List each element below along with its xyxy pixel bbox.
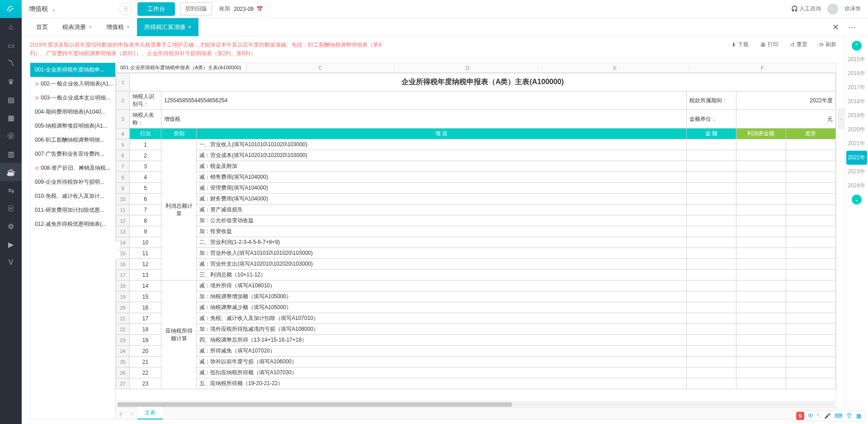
tree-item[interactable]: ⊘003-一般企业成本支出明细...	[30, 91, 115, 105]
diff-cell[interactable]	[786, 226, 835, 237]
profit-cell[interactable]	[736, 215, 786, 226]
download-button[interactable]: ⬇ 下载	[731, 41, 749, 48]
amount-cell[interactable]	[686, 324, 736, 335]
profit-cell[interactable]	[736, 183, 786, 194]
year-2017年[interactable]: 2017年	[846, 81, 867, 95]
tree-item[interactable]: 012-减免所得税优惠明细表(...	[30, 217, 115, 231]
year-2018年[interactable]: 2018年	[846, 95, 867, 109]
profit-cell[interactable]	[736, 357, 786, 367]
amount-cell[interactable]	[686, 215, 736, 226]
diff-cell[interactable]	[786, 302, 835, 313]
amount-cell[interactable]	[686, 161, 736, 172]
nav-doc-icon[interactable]: ▭	[0, 36, 22, 54]
nav-transfer-icon[interactable]: ⇆	[0, 181, 22, 199]
ime-skin-icon[interactable]: 👕	[846, 413, 853, 419]
tree-item[interactable]: 001-企业所得税年度纳税申...	[30, 63, 115, 77]
amount-cell[interactable]	[686, 259, 736, 270]
diff-cell[interactable]	[786, 346, 835, 357]
refresh-button[interactable]: ⟳ 刷新	[819, 41, 836, 48]
amount-cell[interactable]	[686, 194, 736, 205]
amount-cell[interactable]	[686, 139, 736, 150]
profit-cell[interactable]	[736, 291, 786, 302]
tree-item[interactable]: ⊘008-资产折旧、摊销及纳税...	[30, 161, 115, 175]
nav-calc-icon[interactable]: ㊎	[0, 127, 22, 145]
ime-bar[interactable]: S 中 °, 🎤 ⌨ 👕 ▦	[792, 410, 865, 421]
rail-bottom-icon[interactable]: ⌄	[852, 195, 862, 205]
ime-keyboard-icon[interactable]: ⌨	[835, 413, 842, 419]
close-icon[interactable]: ×	[89, 24, 92, 30]
amount-cell[interactable]	[686, 183, 736, 194]
profit-cell[interactable]	[736, 378, 786, 389]
reset-button[interactable]: ↺ 重置	[790, 41, 807, 48]
tab-增值税[interactable]: 增值税×	[99, 18, 137, 36]
diff-cell[interactable]	[786, 313, 835, 324]
right-panel-expand[interactable]: ‹	[838, 109, 844, 129]
print-button[interactable]: 🖶 打印	[760, 41, 778, 48]
profit-cell[interactable]	[736, 281, 786, 291]
sheet-nav-first[interactable]: |‹	[116, 410, 127, 417]
sheet-name-tab[interactable]: 001-企业所得税年度纳税申报表（A类）主表(A100000)	[116, 63, 246, 72]
diff-cell[interactable]	[786, 172, 835, 183]
amount-cell[interactable]	[686, 270, 736, 281]
tree-item[interactable]: ⊘002-一般企业收入明细表(A1...	[30, 77, 115, 91]
profit-cell[interactable]	[736, 248, 786, 259]
amount-cell[interactable]	[686, 248, 736, 259]
avatar[interactable]	[827, 4, 838, 14]
tab-税表清册[interactable]: 税表清册×	[55, 18, 99, 36]
diff-cell[interactable]	[786, 291, 835, 302]
year-2022年[interactable]: 2022年	[846, 151, 867, 165]
close-all-tabs-icon[interactable]: ✕	[828, 22, 844, 32]
diff-cell[interactable]	[786, 139, 835, 150]
grid[interactable]: 1企业所得税年度纳税申报表（A类）主表(A100000) 2 纳税人识别号： 1…	[116, 73, 836, 401]
profit-cell[interactable]	[736, 335, 786, 346]
ime-mic-icon[interactable]: 🎤	[824, 413, 831, 419]
amount-cell[interactable]	[686, 291, 736, 302]
tree-item[interactable]: 011-研发费用加计扣除优惠...	[30, 203, 115, 217]
sheet-nav-prev[interactable]: ‹	[127, 410, 137, 417]
year-2019年[interactable]: 2019年	[846, 109, 867, 123]
profit-cell[interactable]	[736, 313, 786, 324]
nav-archive-icon[interactable]: ⌸	[0, 199, 22, 217]
tabs-menu-icon[interactable]: ⋯	[844, 22, 861, 32]
profit-cell[interactable]	[736, 259, 786, 270]
rail-top-icon[interactable]: ⌃	[852, 41, 862, 51]
profit-cell[interactable]	[736, 194, 786, 205]
year-2021年[interactable]: 2021年	[846, 137, 867, 151]
amount-cell[interactable]	[686, 237, 736, 248]
profit-cell[interactable]	[736, 270, 786, 281]
nav-home-icon[interactable]: ⌂	[0, 18, 22, 36]
amount-cell[interactable]	[686, 150, 736, 161]
tree-item[interactable]: 007-广告费和业务宣传费跨...	[30, 147, 115, 161]
ime-tool-icon[interactable]: ▦	[856, 413, 861, 419]
tree-item[interactable]: 006-职工薪酬纳税调整明细...	[30, 133, 115, 147]
year-2024年[interactable]: 2024年	[846, 179, 867, 193]
amount-cell[interactable]	[686, 281, 736, 291]
h-scrollbar[interactable]	[116, 401, 836, 407]
profit-cell[interactable]	[736, 302, 786, 313]
amount-cell[interactable]	[686, 313, 736, 324]
ime-lang[interactable]: 中	[808, 412, 813, 420]
profit-cell[interactable]	[736, 139, 786, 150]
diff-cell[interactable]	[786, 161, 835, 172]
switch-old-button[interactable]: 切到旧版	[180, 2, 212, 15]
profit-cell[interactable]	[736, 161, 786, 172]
tab-所得税汇算清缴[interactable]: 所得税汇算清缴×	[137, 18, 198, 36]
amount-cell[interactable]	[686, 367, 736, 378]
consult-link[interactable]: 🎧 人工咨询	[791, 5, 821, 13]
org-selector[interactable]: 增值税 ⌄	[29, 5, 56, 13]
diff-cell[interactable]	[786, 194, 835, 205]
amount-cell[interactable]	[686, 357, 736, 367]
amount-cell[interactable]	[686, 346, 736, 357]
year-2023年[interactable]: 2023年	[846, 165, 867, 179]
nav-video-icon[interactable]: ▶	[0, 235, 22, 253]
diff-cell[interactable]	[786, 215, 835, 226]
profit-cell[interactable]	[736, 324, 786, 335]
diff-cell[interactable]	[786, 237, 835, 248]
tree-collapse-handle[interactable]: ‹	[115, 241, 121, 259]
close-icon[interactable]: ×	[188, 24, 191, 30]
amount-cell[interactable]	[686, 205, 736, 215]
profit-cell[interactable]	[736, 150, 786, 161]
profit-cell[interactable]	[736, 226, 786, 237]
tab-首页[interactable]: 首页	[29, 18, 55, 36]
nav-v-icon[interactable]: V	[0, 253, 22, 272]
